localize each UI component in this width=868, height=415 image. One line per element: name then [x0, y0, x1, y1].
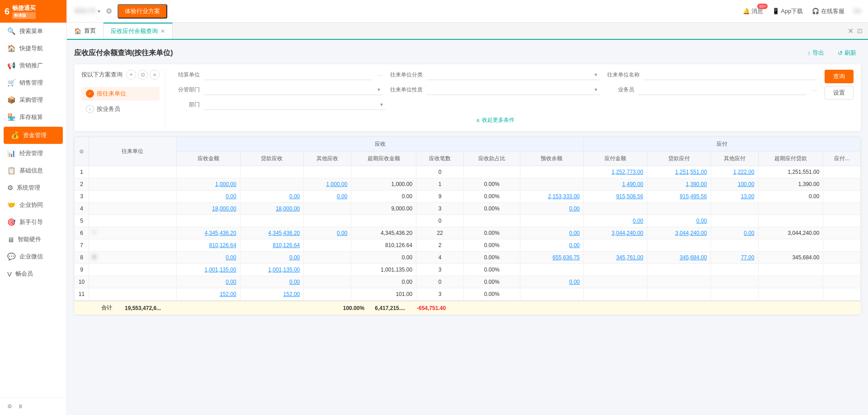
sidebar-item-wechat[interactable]: 💬 企业微信	[0, 248, 66, 265]
row-ar-loan[interactable]	[240, 166, 304, 178]
gear-icon[interactable]: ⚙	[106, 7, 112, 15]
row-ar-prepay[interactable]	[520, 288, 584, 301]
message-badge[interactable]: 🔔 消息 99+	[743, 7, 764, 15]
row-ar-prepay[interactable]	[520, 178, 584, 191]
row-ar-amount[interactable]: 1,001,135.00	[176, 264, 240, 276]
add-scheme-button[interactable]: +	[126, 70, 136, 80]
user-info[interactable]: Rit	[854, 8, 861, 14]
row-ap-amount[interactable]: 1,252,773.00	[584, 166, 647, 178]
tab-close-icon[interactable]: ✕	[160, 28, 165, 34]
row-ap-loan[interactable]	[647, 239, 711, 252]
row-ap-loan[interactable]: 0.00	[647, 215, 711, 227]
row-ap-other[interactable]	[711, 203, 758, 215]
row-ar-prepay[interactable]: 655,636.75	[520, 252, 584, 264]
dept-manager-select[interactable]: ▾	[203, 85, 383, 95]
row-ar-other[interactable]	[304, 252, 351, 264]
row-ar-prepay[interactable]	[520, 264, 584, 276]
row-ap-other[interactable]	[711, 264, 758, 276]
set-button[interactable]: 设置	[825, 86, 854, 100]
row-ar-amount[interactable]: 4,345,436.20	[176, 227, 240, 239]
row-ar-amount[interactable]	[176, 215, 240, 227]
row-ap-amount[interactable]	[584, 203, 647, 215]
export-button[interactable]: ↑ 导出	[803, 47, 829, 59]
row-ar-amount[interactable]: 1,000.00	[176, 178, 240, 191]
salesperson-dots[interactable]: ···	[812, 86, 817, 94]
row-ar-amount[interactable]: 152.00	[176, 288, 240, 301]
row-ap-other[interactable]: 13.00	[711, 191, 758, 203]
query-button[interactable]: 查询	[825, 70, 854, 83]
sidebar-item-basic-info[interactable]: 📋 基础信息	[0, 162, 66, 179]
row-ar-loan[interactable]: 152.00	[240, 288, 304, 301]
row-ar-other[interactable]	[304, 239, 351, 252]
row-ap-amount[interactable]	[584, 239, 647, 252]
row-ap-loan[interactable]: 345,684.00	[647, 252, 711, 264]
tab-home[interactable]: 🏠 首页	[67, 23, 104, 39]
row-ar-prepay[interactable]: 0.00	[520, 203, 584, 215]
sidebar-item-vip[interactable]: V 畅会员	[0, 265, 66, 282]
row-ar-loan[interactable]: 18,000.00	[240, 203, 304, 215]
row-ar-loan[interactable]: 1,001,135.00	[240, 264, 304, 276]
tab-ar-ap[interactable]: 应收应付余额查询 ✕	[104, 23, 173, 39]
row-ar-other[interactable]	[304, 288, 351, 301]
row-ap-loan[interactable]	[647, 264, 711, 276]
prev-scheme-button[interactable]: «	[150, 70, 160, 80]
row-ap-loan[interactable]	[647, 203, 711, 215]
row-ar-other[interactable]: 0.00	[304, 227, 351, 239]
sidebar-item-sales[interactable]: 🛒 销售管理	[0, 74, 66, 91]
row-ap-other[interactable]	[711, 288, 758, 301]
row-ar-other[interactable]	[304, 264, 351, 276]
row-ar-prepay[interactable]: 0.00	[520, 239, 584, 252]
row-ap-loan[interactable]: 3,044,240.00	[647, 227, 711, 239]
sidebar-item-operations[interactable]: 📊 经营管理	[0, 145, 66, 162]
app-download[interactable]: 📱 App下载	[772, 7, 803, 15]
row-ap-other[interactable]: 1,222.00	[711, 166, 758, 178]
unit-name-input[interactable]	[643, 70, 817, 80]
sidebar-bottom[interactable]: ⚙ ⏸	[0, 397, 66, 415]
row-ar-amount[interactable]: 810,126.64	[176, 239, 240, 252]
row-ar-loan[interactable]: 0.00	[240, 276, 304, 288]
scheme-by-staff[interactable]: ○ 按业务员	[81, 102, 160, 116]
sidebar-item-hardware[interactable]: 🖥 智能硬件	[0, 231, 66, 248]
sidebar-item-system[interactable]: ⚙ 系统管理	[0, 179, 66, 196]
row-ar-other[interactable]: 1,000.00	[304, 178, 351, 191]
row-ap-loan[interactable]: 1,251,551.00	[647, 166, 711, 178]
row-ap-amount[interactable]	[584, 264, 647, 276]
sidebar-item-enterprise[interactable]: 🤝 企业协同	[0, 196, 66, 214]
row-ar-loan[interactable]: 0.00	[240, 191, 304, 203]
online-service[interactable]: 🎧 在线客服	[812, 7, 844, 15]
sidebar-item-finance[interactable]: 💰 资金管理	[4, 127, 63, 144]
row-ap-amount[interactable]: 1,490.00	[584, 178, 647, 191]
scheme-by-unit[interactable]: ✓ 按往来单位	[81, 87, 160, 100]
row-ar-amount[interactable]	[176, 166, 240, 178]
window-close-icon[interactable]: ✕	[848, 27, 854, 35]
row-ar-other[interactable]	[304, 215, 351, 227]
row-ap-other[interactable]	[711, 239, 758, 252]
row-ap-loan[interactable]: 1,390.00	[647, 178, 711, 191]
row-ar-prepay[interactable]	[520, 166, 584, 178]
row-ar-other[interactable]	[304, 203, 351, 215]
row-ar-loan[interactable]	[240, 215, 304, 227]
sidebar-item-guide[interactable]: 🎯 新手引导	[0, 214, 66, 231]
row-ap-loan[interactable]	[647, 288, 711, 301]
sidebar-item-quick-nav[interactable]: 🏠 快捷导航	[0, 40, 66, 57]
row-ar-prepay[interactable]: 2,153,333.00	[520, 191, 584, 203]
sidebar-item-marketing[interactable]: 📢 营销推广	[0, 57, 66, 74]
row-ar-prepay[interactable]	[520, 215, 584, 227]
row-ap-amount[interactable]: 0.00	[584, 215, 647, 227]
row-ar-prepay[interactable]: 0.00	[520, 276, 584, 288]
row-ap-other[interactable]: 77.00	[711, 252, 758, 264]
settlement-dots[interactable]: ···	[377, 72, 383, 79]
row-ar-amount[interactable]: 0.00	[176, 191, 240, 203]
window-maximize-icon[interactable]: ⊡	[857, 27, 863, 34]
row-ar-loan[interactable]	[240, 178, 304, 191]
row-ap-loan[interactable]: 915,495.56	[647, 191, 711, 203]
unit-nature-select[interactable]: ▾	[426, 85, 600, 95]
row-ar-amount[interactable]: 0.00	[176, 252, 240, 264]
edit-scheme-button[interactable]: ⊙	[138, 70, 148, 80]
sidebar-item-search-menu[interactable]: 🔍 搜索菜单	[0, 23, 66, 40]
dept-select[interactable]: ▾	[203, 100, 386, 110]
row-ap-loan[interactable]	[647, 276, 711, 288]
row-ar-loan[interactable]: 810,126.64	[240, 239, 304, 252]
sidebar-item-inventory[interactable]: 🏪 库存核算	[0, 109, 66, 126]
row-ap-amount[interactable]	[584, 276, 647, 288]
